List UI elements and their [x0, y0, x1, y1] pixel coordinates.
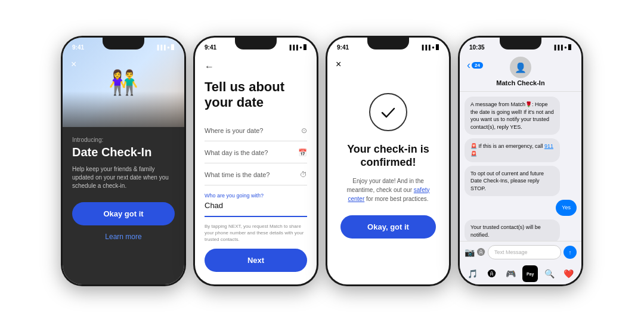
- confirmed-title: Your check-in is confirmed!: [339, 143, 437, 169]
- okay-got-it-button-3[interactable]: Okay, got it: [340, 215, 436, 239]
- msg-bubble-2: 🚨 If this is an emergency, call 911 🚨: [465, 138, 560, 162]
- app-icon-search[interactable]: 🔍: [541, 265, 557, 282]
- camera-button[interactable]: 📷: [465, 247, 475, 257]
- intro-label: Introducing:: [72, 137, 175, 143]
- who-field[interactable]: Chad: [205, 200, 307, 217]
- status-icons-4: ▐▐▐ ● ▊: [553, 45, 572, 50]
- day-placeholder: What day is the date?: [205, 149, 268, 156]
- call-911-link-1[interactable]: 911: [544, 143, 553, 149]
- send-button[interactable]: ↑: [564, 246, 577, 259]
- status-time-1: 9:41: [72, 44, 84, 51]
- confirmed-desc-text: Enjoy your date! And in the meantime, ch…: [347, 178, 424, 193]
- app-icon-heart[interactable]: ❤️: [561, 265, 577, 282]
- who-label: Who are you going with?: [205, 193, 307, 199]
- match-avatar: 👤: [510, 57, 531, 78]
- where-placeholder: Where is your date?: [205, 127, 263, 134]
- where-field[interactable]: Where is your date? ⊙: [205, 120, 307, 141]
- match-title: Match Check-In: [496, 79, 544, 86]
- message-header: ‹ 24 👤 Match Check-In: [460, 54, 581, 92]
- messages-list: A message from Match🌹: Hope the date is …: [460, 92, 581, 241]
- notch-2: [235, 38, 277, 49]
- msg-bubble-4-sent: Yes: [556, 200, 577, 216]
- notch-4: [500, 38, 541, 49]
- back-button-2[interactable]: ←: [205, 61, 307, 72]
- status-time-3: 9:41: [337, 44, 349, 51]
- msg-bubble-3: To opt out of current and future Date Ch…: [465, 166, 560, 197]
- confirmed-description: Enjoy your date! And in the meantime, ch…: [339, 177, 437, 203]
- hero-image: 9:41 ▐▐▐ ● ▊ 👫 ×: [63, 38, 184, 127]
- msg2-text: If this is an emergency, call: [479, 143, 544, 149]
- phone1-body: Introducing: Date Check-In Help keep you…: [63, 127, 184, 284]
- app-button[interactable]: 🅐: [477, 247, 485, 257]
- app-icon-store[interactable]: 🅐: [484, 265, 499, 282]
- hero-overlay: [63, 91, 184, 127]
- phone-2: 9:41 ▐▐▐ ● ▊ ← Tell us about your date W…: [193, 36, 318, 286]
- phone3-content: Your check-in is confirmed! Enjoy your d…: [327, 54, 449, 284]
- app-icon-music[interactable]: 🎵: [465, 265, 480, 282]
- next-button[interactable]: Next: [205, 249, 307, 272]
- msg4-text: Yes: [562, 205, 571, 210]
- notch-3: [367, 38, 409, 49]
- back-arrow-msg[interactable]: ‹ 24: [467, 59, 483, 72]
- calendar-icon: 📅: [298, 148, 307, 157]
- status-icons-1: ▐▐▐ ● ▊: [156, 45, 175, 50]
- who-value: Chad: [205, 201, 223, 210]
- status-time-4: 10:35: [469, 44, 485, 51]
- intro-title: Date Check-In: [72, 145, 175, 159]
- phone-4: 10:35 ▐▐▐ ● ▊ ‹ 24 👤 Match Check-In A me…: [458, 36, 583, 286]
- status-icons-2: ▐▐▐ ● ▊: [288, 45, 307, 50]
- intro-description: Help keep your friends & family updated …: [72, 165, 175, 190]
- message-input[interactable]: Text Message: [488, 245, 561, 259]
- back-badge: 24: [472, 62, 483, 69]
- msg-bubble-1: A message from Match🌹: Hope the date is …: [465, 97, 560, 135]
- who-field-container: Who are you going with? Chad: [205, 193, 307, 218]
- msg5-text: Your trusted contact(s) will be notified…: [470, 224, 541, 238]
- checkmark-circle: [369, 93, 407, 131]
- msg-bubble-5: Your trusted contact(s) will be notified…: [465, 219, 560, 241]
- message-input-bar: 📷 🅐 Text Message ↑: [460, 241, 581, 263]
- checkmark-icon: [379, 103, 398, 122]
- phone-1: 9:41 ▐▐▐ ● ▊ 👫 × Introducing: Date Check…: [61, 36, 186, 286]
- phone1-content: 9:41 ▐▐▐ ● ▊ 👫 × Introducing: Date Check…: [63, 38, 184, 284]
- disclaimer-text: By tapping NEXT, you request Match to sh…: [205, 218, 307, 243]
- msg3-text: To opt out of current and future Date Ch…: [470, 171, 544, 191]
- learn-more-link[interactable]: Learn more: [72, 233, 175, 241]
- notch-1: [103, 38, 144, 49]
- time-field[interactable]: What time is the date? ⏱: [205, 165, 307, 185]
- phones-container: 9:41 ▐▐▐ ● ▊ 👫 × Introducing: Date Check…: [51, 26, 593, 296]
- app-icon-apple-pay[interactable]: Pay: [522, 265, 538, 282]
- okay-got-it-button-1[interactable]: Okay got it: [72, 202, 175, 225]
- close-button-1[interactable]: ×: [71, 59, 76, 70]
- phone-3: 9:41 ▐▐▐ ● ▊ × Your check-in is confirme…: [326, 36, 451, 286]
- app-icon-game[interactable]: 🎮: [503, 265, 519, 282]
- msg1-text: A message from Match🌹: Hope the date is …: [470, 101, 554, 130]
- status-time-2: 9:41: [205, 44, 216, 51]
- location-icon: ⊙: [301, 126, 307, 135]
- app-icons-row: 🎵 🅐 🎮 Pay 🔍 ❤️: [460, 263, 581, 284]
- status-icons-3: ▐▐▐ ● ▊: [420, 45, 439, 50]
- emergency-icon-1: 🚨: [470, 143, 477, 149]
- day-field[interactable]: What day is the date? 📅: [205, 143, 307, 163]
- emergency-icon-2: 🚨: [470, 151, 477, 157]
- time-placeholder: What time is the date?: [205, 171, 270, 178]
- message-placeholder: Text Message: [494, 249, 528, 255]
- clock-icon: ⏱: [300, 171, 307, 179]
- close-button-3[interactable]: ×: [336, 59, 341, 70]
- form-title: Tell us about your date: [205, 79, 307, 111]
- phone2-content: ← Tell us about your date Where is your …: [195, 54, 317, 284]
- back-icon-4: ‹: [467, 59, 470, 72]
- confirmed-desc-text2: for more best practices.: [366, 196, 428, 202]
